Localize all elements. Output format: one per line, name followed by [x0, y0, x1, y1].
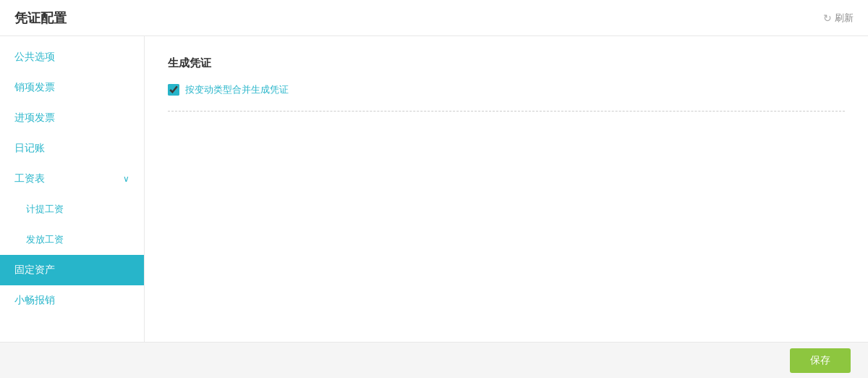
checkbox-row: 按变动类型合并生成凭证	[168, 83, 845, 96]
sidebar-item-fixed-assets[interactable]: 固定资产	[0, 255, 144, 285]
save-button[interactable]: 保存	[790, 348, 851, 373]
sidebar-item-label: 销项发票	[14, 81, 55, 94]
sidebar-item-journal[interactable]: 日记账	[0, 133, 144, 164]
page-header: 凭证配置 ↻ 刷新	[0, 0, 868, 36]
sidebar-item-label: 计提工资	[26, 203, 64, 216]
sidebar-item-sales-invoice[interactable]: 销项发票	[0, 72, 144, 103]
merge-by-type-checkbox[interactable]	[168, 84, 179, 96]
content-area: 生成凭证 按变动类型合并生成凭证	[145, 36, 868, 342]
sidebar-item-label: 发放工资	[26, 233, 64, 246]
sidebar-item-payroll-table[interactable]: 工资表∨	[0, 164, 144, 194]
sidebar-item-purchase-invoice[interactable]: 进项发票	[0, 103, 144, 133]
sidebar-item-public-options[interactable]: 公共选项	[0, 42, 144, 72]
sidebar-item-pay-salary[interactable]: 发放工资	[0, 224, 144, 255]
refresh-button[interactable]: ↻ 刷新	[823, 12, 854, 25]
section-title: 生成凭证	[168, 56, 845, 70]
sidebar-item-expense-claim[interactable]: 小畅报销	[0, 285, 144, 316]
sidebar-item-label: 小畅报销	[14, 294, 55, 307]
checkbox-label[interactable]: 按变动类型合并生成凭证	[185, 83, 289, 96]
sidebar-item-label: 日记账	[14, 142, 45, 155]
sidebar-item-calc-salary[interactable]: 计提工资	[0, 194, 144, 224]
page-title: 凭证配置	[14, 9, 67, 27]
sidebar-item-label: 固定资产	[14, 264, 55, 277]
page-footer: 保存	[0, 342, 868, 378]
sidebar-item-label: 进项发票	[14, 112, 55, 125]
refresh-label: 刷新	[835, 12, 854, 25]
sidebar-item-label: 公共选项	[14, 51, 55, 64]
main-content: 公共选项销项发票进项发票日记账工资表∨计提工资发放工资固定资产小畅报销 生成凭证…	[0, 36, 868, 342]
sidebar: 公共选项销项发票进项发票日记账工资表∨计提工资发放工资固定资产小畅报销	[0, 36, 145, 342]
sidebar-item-label: 工资表	[14, 172, 45, 185]
refresh-icon: ↻	[823, 12, 832, 24]
section-divider	[168, 111, 845, 112]
chevron-down-icon: ∨	[123, 174, 129, 184]
